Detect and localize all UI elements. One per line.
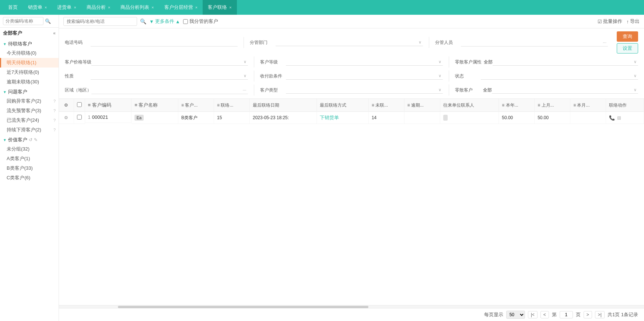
th-code[interactable]: ≡ 客户编码 xyxy=(85,99,132,112)
filter-retail-customer-select[interactable]: ∨ xyxy=(492,86,638,94)
refresh-icon[interactable]: ↺ xyxy=(29,137,32,142)
nav-home[interactable]: 首页 xyxy=(3,0,23,15)
group-problem-customers[interactable]: ▼ 问题客户 xyxy=(0,87,59,96)
sidebar-item-abnormal-repurchase[interactable]: 回购异常客户(2) ? xyxy=(0,96,59,106)
td-type: B类客户 xyxy=(178,112,214,124)
sidebar-item-churn-warning[interactable]: 流失预警客户(3) ? xyxy=(0,106,59,115)
sidebar-search-input[interactable] xyxy=(3,17,43,25)
sidebar-item-today-contact[interactable]: 今天待联络(0) xyxy=(0,48,59,58)
next-page-button[interactable]: > xyxy=(584,311,592,318)
more-conditions-button[interactable]: ▼ 更多条件 ▲ xyxy=(149,18,180,25)
nav-product-analysis-list-close[interactable]: × xyxy=(151,5,154,10)
last-page-button[interactable]: >| xyxy=(595,311,605,318)
last-contact-method-link[interactable]: 下销货单 xyxy=(320,115,339,120)
sidebar-item-class-a[interactable]: A类客户(1) xyxy=(0,154,59,163)
filter-region-select[interactable]: ··· xyxy=(91,86,248,94)
first-page-button[interactable]: |< xyxy=(528,311,538,318)
search-button[interactable]: 🔍 xyxy=(140,18,146,24)
settings-button[interactable]: 设置 xyxy=(617,43,638,54)
row-checkbox[interactable] xyxy=(77,115,82,120)
filter-price-level-select[interactable]: ∨ xyxy=(91,58,248,66)
my-customers-checkbox-label[interactable]: 我分管的客户 xyxy=(183,18,218,25)
td-uncontacted: 14 xyxy=(368,112,404,124)
th-last-month: ≡ 上月... xyxy=(535,99,570,112)
nav-customer-tier-close[interactable]: × xyxy=(195,5,197,10)
action-grid-icon[interactable]: ⊞ xyxy=(617,115,621,121)
action-call-icon[interactable]: 📞 xyxy=(609,115,615,121)
filter-phone-input[interactable] xyxy=(91,39,238,46)
nav-customer-tier[interactable]: 客户分层经营 × xyxy=(159,0,203,15)
sidebar-item-tomorrow-contact[interactable]: 明天待联络(1) xyxy=(0,58,59,68)
td-gear: ⚙ xyxy=(59,112,74,124)
advanced-filter-panel: 电话号码 分管部门 ∨ 分管人员 ··· xyxy=(59,28,644,99)
filter-row-3: 性质 ∨ 收付款条件 ∨ 状态 ∨ xyxy=(65,70,638,82)
table-row: ⚙ 1 000021 Ea B类客户 15 2023-05-23 18:25: … xyxy=(59,112,644,124)
bulk-op-button[interactable]: ☑ 批量操作 xyxy=(598,18,622,25)
th-contact-count: ≡ 联络... xyxy=(214,99,250,112)
filter-status-select[interactable]: ∨ xyxy=(481,72,638,80)
sidebar-item-overdue-contact[interactable]: 逾期未联络(30) xyxy=(0,77,59,87)
page-number-input[interactable] xyxy=(560,311,573,318)
filter-icon: ▼ xyxy=(149,19,154,24)
customers-table: ⚙ ≡ 客户编码 ≡ 客户名称 ≡ 客户... ≡ 联络... 最后联络日期 最… xyxy=(59,99,644,124)
sidebar-item-ungrouped[interactable]: 未分组(32) xyxy=(0,144,59,154)
sidebar-search-icon[interactable]: 🔍 xyxy=(45,18,51,24)
filter-payment-field: 收付款条件 ∨ xyxy=(260,72,443,80)
page-label: 第 xyxy=(552,311,557,318)
sidebar-item-declining[interactable]: 持续下滑客户(2) ? xyxy=(0,125,59,135)
sidebar-item-class-b[interactable]: B类客户(33) xyxy=(0,163,59,173)
filter-dept-select[interactable]: ∨ xyxy=(276,39,423,46)
th-type: ≡ 客户... xyxy=(178,99,214,112)
edit-icon[interactable]: ✎ xyxy=(34,137,38,142)
help-icon-churned: ? xyxy=(53,118,56,122)
table-container: ⚙ ≡ 客户编码 ≡ 客户名称 ≡ 客户... ≡ 联络... 最后联络日期 最… xyxy=(59,99,644,305)
sidebar-item-7day-contact[interactable]: 近7天待联络(0) xyxy=(0,68,59,77)
group-pending-contact[interactable]: ▼ 待联络客户 xyxy=(0,39,59,48)
th-last-contact-date: 最后联络日期 xyxy=(250,99,317,112)
per-page-select[interactable]: 50 100 200 xyxy=(506,311,525,319)
search-input[interactable] xyxy=(63,17,137,26)
sidebar-item-churned[interactable]: 已流失客户(24) ? xyxy=(0,115,59,125)
filter-manager-select[interactable]: ··· xyxy=(461,39,608,46)
filter-retail-attr-select[interactable]: ∨ xyxy=(493,58,638,66)
dots-icon: ··· xyxy=(603,40,606,45)
td-last-month: 50.00 xyxy=(535,112,570,124)
filter-gender-select[interactable]: ∨ xyxy=(91,72,248,80)
filter-phone-field: 电话号码 xyxy=(65,39,238,46)
chevron-icon-6: ∨ xyxy=(438,73,441,78)
top-nav: 首页 销货单 × 进货单 × 商品分析 × 商品分析列表 × 客户分层经营 × … xyxy=(0,0,644,15)
query-button[interactable]: 查询 xyxy=(617,31,638,42)
filter-customer-level-select[interactable]: ∨ xyxy=(286,58,443,66)
nav-sales-order-close[interactable]: × xyxy=(45,5,47,10)
th-name[interactable]: ≡ 客户名称 xyxy=(132,99,178,112)
sidebar-item-class-c[interactable]: C类客户(6) xyxy=(0,173,59,183)
all-customers-header[interactable]: 全部客户 « xyxy=(0,28,59,39)
group-value-customers[interactable]: ▼ 价值客户 ↺ ✎ xyxy=(0,135,59,144)
select-all-checkbox[interactable] xyxy=(77,102,82,107)
horizontal-scrollbar[interactable] xyxy=(59,305,644,308)
scrollbar-thumb[interactable] xyxy=(118,306,368,308)
td-checkbox xyxy=(74,112,85,124)
nav-product-analysis[interactable]: 商品分析 × xyxy=(81,0,115,15)
nav-purchase-order-close[interactable]: × xyxy=(74,5,76,10)
prev-page-button[interactable]: < xyxy=(540,311,549,318)
nav-purchase-order[interactable]: 进货单 × xyxy=(52,0,81,15)
nav-sales-order[interactable]: 销货单 × xyxy=(23,0,52,15)
nav-customer-contact[interactable]: 客户联络 × xyxy=(203,0,237,15)
my-customers-checkbox[interactable] xyxy=(183,19,188,24)
nav-product-analysis-close[interactable]: × xyxy=(108,5,110,10)
sidebar-search-bar: 🔍 xyxy=(0,15,59,28)
chevron-icon-3: ∨ xyxy=(438,59,441,64)
filter-status-field: 状态 ∨ xyxy=(455,72,638,80)
filter-customer-type-select[interactable]: ∨ xyxy=(286,86,443,94)
nav-product-analysis-list[interactable]: 商品分析列表 × xyxy=(115,0,159,15)
chevron-icon-5: ∨ xyxy=(244,73,246,78)
td-name: Ea xyxy=(132,112,178,124)
filter-retail-customer-label: 零散客户 xyxy=(455,87,481,93)
td-contact-person xyxy=(440,112,499,124)
filter-payment-select[interactable]: ∨ xyxy=(286,72,443,80)
td-this-year: 50.00 xyxy=(499,112,535,124)
export-button[interactable]: ↑ 导出 xyxy=(627,18,640,25)
th-gear: ⚙ xyxy=(59,99,74,112)
nav-customer-contact-close[interactable]: × xyxy=(229,5,231,10)
